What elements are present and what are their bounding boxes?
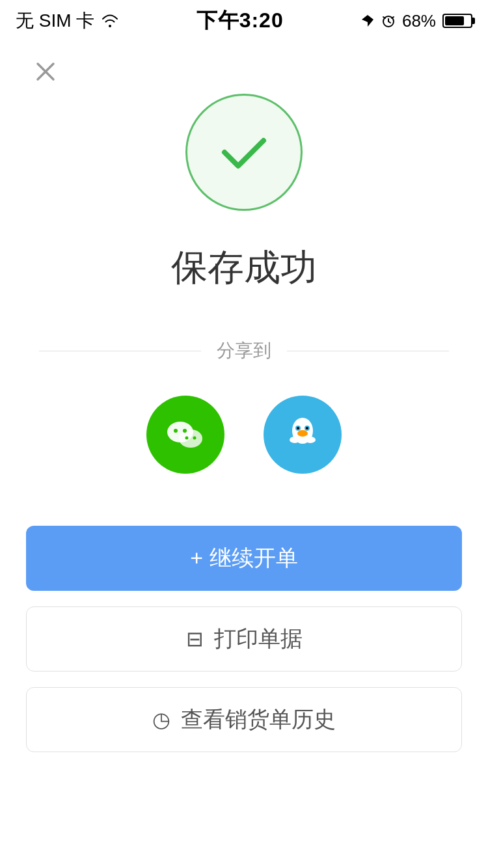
checkmark-icon (215, 123, 273, 182)
qq-logo-icon (279, 411, 326, 458)
battery-percentage: 68% (402, 11, 436, 31)
svg-point-12 (297, 427, 299, 429)
svg-point-8 (193, 437, 197, 440)
history-button[interactable]: ◷ 查看销货单历史 (26, 687, 462, 752)
share-label: 分享到 (201, 338, 287, 363)
wechat-logo-icon (162, 411, 209, 458)
history-label: 查看销货单历史 (181, 705, 336, 735)
share-divider: 分享到 (0, 338, 488, 363)
print-label: 打印单据 (214, 624, 303, 654)
close-button[interactable] (26, 52, 65, 91)
print-icon: ⊟ (186, 627, 204, 651)
divider-line-right (287, 351, 449, 351)
battery-icon (442, 14, 472, 28)
continue-button[interactable]: + 继续开单 (26, 526, 462, 591)
history-icon: ◷ (152, 707, 170, 732)
main-content: 保存成功 分享到 (0, 42, 488, 752)
status-time: 下午3:20 (197, 7, 284, 35)
svg-point-14 (297, 430, 308, 437)
carrier-text: 无 SIM 卡 (16, 8, 94, 33)
status-right: 68% (360, 11, 472, 31)
svg-point-4 (179, 429, 202, 448)
svg-point-15 (290, 437, 300, 443)
svg-point-13 (306, 427, 308, 429)
alarm-icon (381, 14, 396, 28)
svg-point-16 (305, 437, 316, 443)
share-icons-container (146, 396, 342, 474)
qq-share-button[interactable] (264, 396, 342, 474)
divider-line-left (39, 351, 201, 351)
wifi-icon (101, 14, 119, 27)
status-bar: 无 SIM 卡 下午3:20 68% (0, 0, 488, 42)
success-icon-circle (185, 94, 303, 211)
location-icon (360, 14, 375, 28)
svg-point-6 (183, 429, 187, 433)
svg-point-7 (185, 437, 189, 440)
svg-point-5 (174, 429, 178, 433)
print-button[interactable]: ⊟ 打印单据 (26, 606, 462, 671)
action-buttons-container: + 继续开单 ⊟ 打印单据 ◷ 查看销货单历史 (0, 526, 488, 752)
status-carrier: 无 SIM 卡 (16, 8, 119, 33)
success-title: 保存成功 (171, 243, 317, 293)
continue-label: + 继续开单 (190, 543, 297, 573)
wechat-share-button[interactable] (146, 396, 224, 474)
